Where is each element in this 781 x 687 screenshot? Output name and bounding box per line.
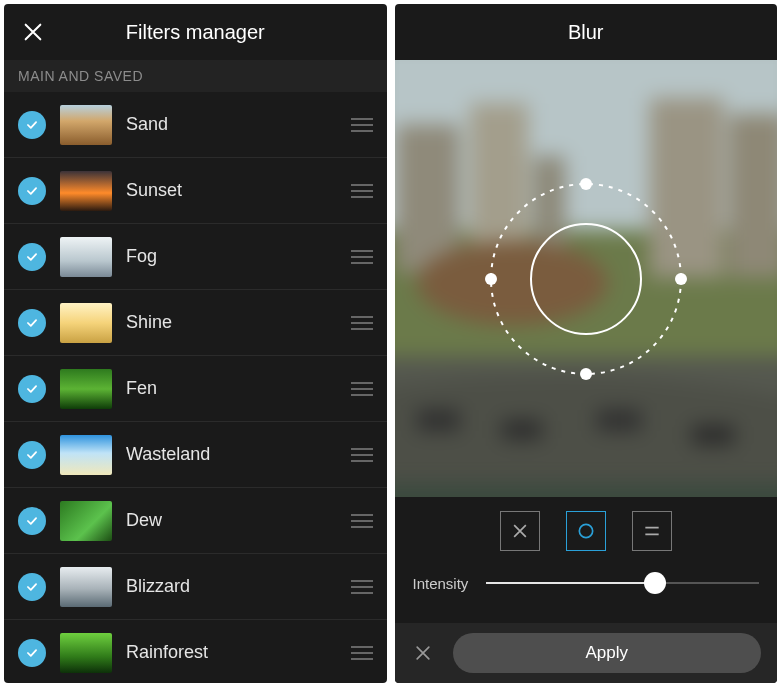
- filters-section-label: MAIN AND SAVED: [4, 60, 387, 92]
- filter-name: Shine: [126, 312, 337, 333]
- filter-thumbnail: [60, 171, 112, 211]
- intensity-label: Intensity: [413, 575, 469, 592]
- svg-point-19: [579, 524, 592, 537]
- blur-mode-off[interactable]: [500, 511, 540, 551]
- x-icon: [510, 521, 530, 541]
- filter-thumbnail: [60, 303, 112, 343]
- blur-controls: Intensity: [395, 497, 778, 623]
- check-icon: [25, 448, 39, 462]
- svg-point-13: [491, 184, 681, 374]
- check-icon: [25, 184, 39, 198]
- filter-name: Fog: [126, 246, 337, 267]
- intensity-slider[interactable]: [486, 571, 759, 595]
- filter-thumbnail: [60, 567, 112, 607]
- slider-fill: [486, 582, 655, 584]
- blur-mode-linear[interactable]: [632, 511, 672, 551]
- filter-checkbox[interactable]: [18, 639, 46, 667]
- filter-checkbox[interactable]: [18, 375, 46, 403]
- blur-mode-radial[interactable]: [566, 511, 606, 551]
- filter-thumbnail: [60, 105, 112, 145]
- intensity-row: Intensity: [413, 571, 760, 595]
- apply-label: Apply: [585, 643, 628, 663]
- drag-handle-icon[interactable]: [351, 646, 373, 660]
- radial-selector-icon: [481, 174, 691, 384]
- filter-thumbnail: [60, 633, 112, 673]
- check-icon: [25, 316, 39, 330]
- drag-handle-icon[interactable]: [351, 250, 373, 264]
- blur-header: Blur: [395, 4, 778, 60]
- filter-row[interactable]: Fog: [4, 224, 387, 290]
- check-icon: [25, 646, 39, 660]
- filter-name: Rainforest: [126, 642, 337, 663]
- filter-row[interactable]: Blizzard: [4, 554, 387, 620]
- filter-thumbnail: [60, 237, 112, 277]
- filter-checkbox[interactable]: [18, 177, 46, 205]
- drag-handle-icon[interactable]: [351, 382, 373, 396]
- filter-checkbox[interactable]: [18, 309, 46, 337]
- blur-title: Blur: [395, 21, 778, 44]
- filter-row[interactable]: Dew: [4, 488, 387, 554]
- filter-row[interactable]: Fen: [4, 356, 387, 422]
- filter-name: Sand: [126, 114, 337, 135]
- filter-row[interactable]: Sunset: [4, 158, 387, 224]
- filter-name: Sunset: [126, 180, 337, 201]
- drag-handle-icon[interactable]: [351, 514, 373, 528]
- circle-icon: [576, 521, 596, 541]
- svg-point-14: [531, 224, 641, 334]
- filters-header: Filters manager: [4, 4, 387, 60]
- filter-row[interactable]: Shine: [4, 290, 387, 356]
- svg-point-16: [675, 273, 687, 285]
- filter-list: SandSunsetFogShineFenWastelandDewBlizzar…: [4, 92, 387, 683]
- filter-name: Blizzard: [126, 576, 337, 597]
- blur-mode-row: [413, 511, 760, 551]
- filters-manager-panel: Filters manager MAIN AND SAVED SandSunse…: [4, 4, 387, 683]
- check-icon: [25, 514, 39, 528]
- drag-handle-icon[interactable]: [351, 580, 373, 594]
- filter-name: Wasteland: [126, 444, 337, 465]
- drag-handle-icon[interactable]: [351, 448, 373, 462]
- filter-row[interactable]: Wasteland: [4, 422, 387, 488]
- svg-point-18: [485, 273, 497, 285]
- slider-thumb[interactable]: [644, 572, 666, 594]
- drag-handle-icon[interactable]: [351, 118, 373, 132]
- linear-icon: [642, 521, 662, 541]
- apply-button[interactable]: Apply: [453, 633, 762, 673]
- filter-thumbnail: [60, 369, 112, 409]
- blur-panel: Blur: [395, 4, 778, 683]
- drag-handle-icon[interactable]: [351, 316, 373, 330]
- filter-name: Fen: [126, 378, 337, 399]
- check-icon: [25, 382, 39, 396]
- svg-point-15: [580, 178, 592, 190]
- blur-footer: Apply: [395, 623, 778, 683]
- close-icon: [413, 643, 433, 663]
- filter-row[interactable]: Sand: [4, 92, 387, 158]
- check-icon: [25, 580, 39, 594]
- filter-checkbox[interactable]: [18, 441, 46, 469]
- cancel-button[interactable]: [411, 643, 435, 663]
- drag-handle-icon[interactable]: [351, 184, 373, 198]
- filter-checkbox[interactable]: [18, 573, 46, 601]
- filter-checkbox[interactable]: [18, 111, 46, 139]
- check-icon: [25, 118, 39, 132]
- svg-point-17: [580, 368, 592, 380]
- blur-focus-control[interactable]: [395, 60, 778, 497]
- check-icon: [25, 250, 39, 264]
- filter-thumbnail: [60, 435, 112, 475]
- blur-preview[interactable]: [395, 60, 778, 497]
- filter-row[interactable]: Rainforest: [4, 620, 387, 683]
- filters-title: Filters manager: [4, 21, 387, 44]
- close-button[interactable]: [18, 17, 48, 47]
- close-icon: [22, 21, 44, 43]
- filter-checkbox[interactable]: [18, 507, 46, 535]
- filter-name: Dew: [126, 510, 337, 531]
- filter-checkbox[interactable]: [18, 243, 46, 271]
- filter-thumbnail: [60, 501, 112, 541]
